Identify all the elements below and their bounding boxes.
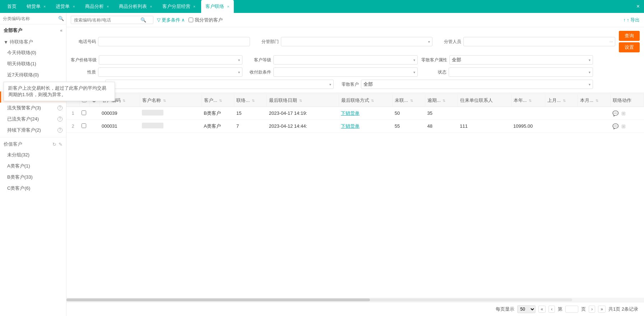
close-icon-analysis-list[interactable]: × — [150, 0, 152, 13]
row-checkbox-2[interactable] — [82, 123, 86, 128]
close-icon-purchase[interactable]: × — [73, 0, 75, 13]
sidebar-item-declining[interactable]: 持续下滑客户(2) ? — [0, 125, 66, 136]
search-icon[interactable]: 🔍 — [140, 17, 146, 23]
close-icon-analysis[interactable]: × — [107, 0, 109, 13]
phone-input[interactable] — [98, 37, 250, 46]
td-actions-1: 💬 ⊞ — [610, 107, 644, 120]
sidebar-search-input[interactable] — [3, 16, 57, 21]
grid-icon-1[interactable]: ⊞ — [621, 110, 626, 116]
chat-icon-2[interactable]: 💬 — [612, 123, 618, 129]
chat-icon-1[interactable]: 💬 — [612, 110, 618, 116]
sidebar-item-7days[interactable]: 近7天待联络(0) — [0, 70, 66, 81]
close-icon-customer-layer[interactable]: × — [193, 0, 195, 13]
td-overdue-1: 35 — [425, 107, 458, 120]
window-close-button[interactable]: × — [636, 3, 640, 10]
nav-tab-home[interactable]: 首页 — [3, 0, 21, 13]
h-scrollbar-thumb[interactable] — [66, 298, 370, 301]
sidebar-item-ungrouped[interactable]: 未分组(32) — [0, 150, 66, 161]
row-checkbox-1[interactable] — [82, 110, 86, 115]
customer-type-input[interactable]: ▾ — [105, 80, 334, 89]
th-unreached[interactable]: 未联... ⇅ — [393, 94, 425, 107]
person-input[interactable]: ··· — [463, 37, 615, 46]
nav-tab-purchase-label: 进货单 — [56, 0, 70, 13]
sidebar-section-value[interactable]: 价值客户 ↻ ✎ — [0, 139, 66, 150]
status-input[interactable]: ▾ — [449, 67, 593, 77]
page-label-before: 第 — [558, 306, 562, 312]
filter-cell-gender: 性质 ▾ — [71, 67, 242, 77]
th-category[interactable]: 客户... ⇅ — [201, 94, 234, 107]
nav-tab-customer-contact[interactable]: 客户联络 × — [201, 0, 233, 13]
sidebar-item-churned[interactable]: 已流失客户(24) ? — [0, 114, 66, 125]
td-method-1[interactable]: 下销货单 — [339, 107, 393, 120]
gender-input[interactable]: ▾ — [98, 67, 242, 77]
sidebar-item-today[interactable]: 今天待联络(0) — [0, 47, 66, 58]
th-overdue[interactable]: 逾期... ⇅ — [425, 94, 458, 107]
method-link-2[interactable]: 下销货单 — [341, 123, 360, 129]
customer-table: ⚙ 客户编码 ⇅ 客户名称 ⇅ 客户... ⇅ — [66, 94, 644, 133]
th-last-contact-date[interactable]: 最后联络日期 ⇅ — [267, 94, 339, 107]
retail-customer-input[interactable]: 全部▾ — [361, 80, 593, 89]
more-conditions-button[interactable]: ▽ 更多条件 ∧ — [157, 17, 185, 23]
last-page-button[interactable]: » — [598, 306, 606, 313]
nav-tab-home-label: 首页 — [7, 0, 17, 13]
td-unit-contact-1 — [458, 107, 511, 120]
payment-input[interactable]: ▾ — [273, 67, 418, 77]
next-page-button[interactable]: › — [589, 306, 595, 313]
edit-icon[interactable]: ✎ — [59, 142, 62, 147]
sidebar-item-churn-warning[interactable]: 流失预警客户(3) ? — [0, 103, 66, 114]
declining-question-icon: ? — [57, 128, 62, 133]
sidebar-item-b-class[interactable]: B类客户(33) — [0, 172, 66, 183]
first-page-button[interactable]: « — [538, 306, 546, 313]
td-checkbox-1[interactable] — [79, 107, 89, 120]
nav-tab-customer-layer[interactable]: 客户分层经营 × — [158, 0, 200, 13]
settings-button[interactable]: 设置 — [619, 42, 640, 52]
nav-tab-purchase[interactable]: 进货单 × — [51, 0, 79, 13]
nav-tab-customer-layer-label: 客户分层经营 — [162, 0, 190, 13]
sidebar-item-tomorrow[interactable]: 明天待联络(1) — [0, 58, 66, 70]
export-button[interactable]: ↑ ↑ 导出 — [623, 17, 640, 23]
dept-input[interactable]: ▾ — [281, 37, 433, 46]
sort-icon-date: ⇅ — [299, 99, 302, 103]
close-icon-customer-contact[interactable]: × — [227, 0, 229, 13]
customer-level-input[interactable]: ▾ — [273, 55, 418, 65]
churn-warning-question-icon: ? — [57, 105, 62, 110]
th-last-contact-method[interactable]: 最后联络方式 ⇅ — [339, 94, 393, 107]
th-name[interactable]: 客户名称 ⇅ — [140, 94, 201, 107]
th-this-year[interactable]: 本年... ⇅ — [511, 94, 545, 107]
per-page-select[interactable]: 50 100 200 — [517, 305, 536, 313]
sidebar-collapse-button[interactable]: « — [60, 28, 62, 33]
filter-cell-retail-customer: 零散客户 全部▾ — [337, 80, 593, 89]
nav-tab-analysis-list[interactable]: 商品分析列表 × — [115, 0, 156, 13]
sidebar-item-a-class[interactable]: A类客户(1) — [0, 161, 66, 172]
td-checkbox-2[interactable] — [79, 120, 89, 133]
refresh-icon[interactable]: ↻ — [52, 142, 56, 147]
sidebar-search-icon[interactable]: 🔍 — [58, 16, 64, 21]
close-icon-sales[interactable]: × — [43, 0, 46, 13]
th-unit-contact[interactable]: 往来单位联系人 — [458, 94, 511, 107]
price-level-input[interactable]: ▾ — [99, 55, 242, 65]
th-contact[interactable]: 联络... ⇅ — [234, 94, 267, 107]
td-method-2[interactable]: 下销货单 — [339, 120, 393, 133]
td-date-1: 2023-04-17 14:19: — [267, 107, 339, 120]
td-empty-1 — [89, 107, 99, 120]
h-scrollbar-track[interactable] — [66, 298, 572, 301]
nav-tab-sales[interactable]: 销货单 × — [22, 0, 50, 13]
nav-tab-analysis[interactable]: 商品分析 × — [81, 0, 113, 13]
sidebar-item-c-class[interactable]: C类客户(6) — [0, 183, 66, 194]
grid-icon-2[interactable]: ⊞ — [621, 123, 626, 129]
nav-tab-analysis-label: 商品分析 — [85, 0, 104, 13]
td-name-1 — [140, 107, 201, 120]
my-customers-checkbox[interactable] — [189, 18, 193, 22]
my-customers-checkbox-label[interactable]: 我分管的客户 — [189, 17, 223, 23]
query-button[interactable]: 查询 — [619, 31, 640, 41]
search-input[interactable] — [74, 18, 139, 23]
retail-attr-input[interactable]: 全部▾ — [449, 55, 593, 65]
method-link-1[interactable]: 下销货单 — [341, 110, 360, 116]
sidebar-section-pending[interactable]: ▼ 待联络客户 — [0, 37, 66, 47]
th-this-month[interactable]: 本月... ⇅ — [578, 94, 611, 107]
td-index-1: 1 — [66, 107, 79, 120]
page-input[interactable]: 1 — [565, 306, 578, 313]
th-last-month[interactable]: 上月... ⇅ — [545, 94, 578, 107]
prev-page-button[interactable]: ‹ — [548, 306, 555, 313]
sort-icon-name: ⇅ — [163, 99, 166, 103]
